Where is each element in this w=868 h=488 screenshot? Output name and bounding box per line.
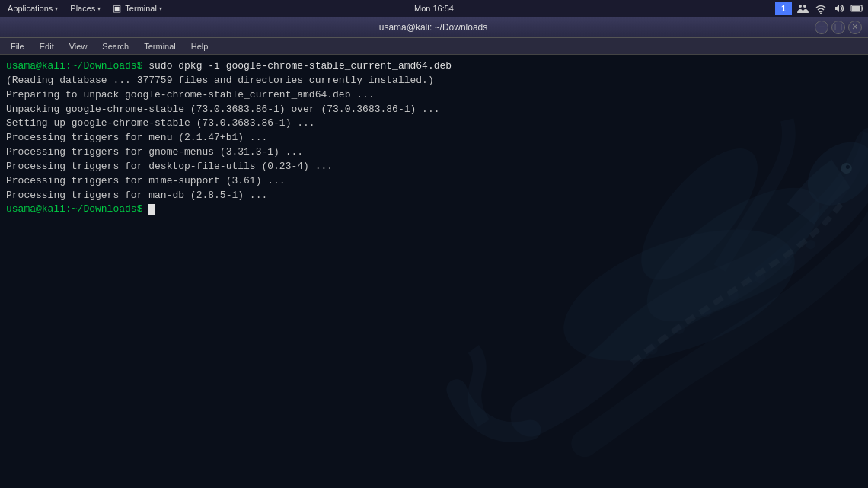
wifi-icon[interactable] xyxy=(813,1,828,16)
svg-point-11 xyxy=(674,324,685,334)
terminal-taskbar-item[interactable]: ▣ Terminal ▾ xyxy=(108,0,167,17)
menu-view[interactable]: View xyxy=(63,40,94,53)
svg-rect-5 xyxy=(862,7,863,10)
terminal-content[interactable]: usama@kali:~/Downloads$ sudo dpkg -i goo… xyxy=(0,55,868,488)
taskbar-left: Applications ▾ Places ▾ ▣ Terminal ▾ xyxy=(3,0,167,17)
places-chevron-icon: ▾ xyxy=(97,5,101,12)
svg-point-16 xyxy=(806,240,815,249)
minimize-button[interactable]: − xyxy=(815,21,828,34)
menu-terminal[interactable]: Terminal xyxy=(138,40,182,53)
menu-help[interactable]: Help xyxy=(185,40,215,53)
applications-menu[interactable]: Applications ▾ xyxy=(3,0,62,17)
terminal-line: Unpacking google-chrome-stable (73.0.368… xyxy=(6,103,862,117)
taskbar-right: 1 xyxy=(775,1,865,16)
terminal-line: Preparing to unpack google-chrome-stable… xyxy=(6,88,862,103)
terminal-window: usama@kali: ~/Downloads − □ × File Edit … xyxy=(0,17,868,488)
users-icon[interactable] xyxy=(795,1,810,16)
terminal-line: Processing triggers for mime-support (3.… xyxy=(6,174,862,189)
close-button[interactable]: × xyxy=(848,21,862,34)
places-menu[interactable]: Places ▾ xyxy=(65,0,105,17)
terminal-chevron-icon: ▾ xyxy=(159,5,162,12)
menu-file[interactable]: File xyxy=(5,40,30,53)
cursor xyxy=(148,204,155,215)
volume-icon[interactable] xyxy=(831,1,847,16)
svg-point-12 xyxy=(700,307,711,317)
svg-rect-4 xyxy=(852,6,860,11)
terminal-titlebar: usama@kali: ~/Downloads − □ × xyxy=(0,17,868,38)
svg-point-2 xyxy=(820,13,822,14)
terminal-line: Setting up google-chrome-stable (73.0.36… xyxy=(6,116,862,131)
terminal-window-controls: − □ × xyxy=(815,21,862,34)
battery-icon[interactable] xyxy=(850,1,865,16)
svg-point-15 xyxy=(783,257,792,266)
menu-search[interactable]: Search xyxy=(96,40,135,53)
svg-point-13 xyxy=(728,289,739,300)
workspace-indicator[interactable]: 1 xyxy=(775,2,792,15)
terminal-line: usama@kali:~/Downloads$ sudo dpkg -i goo… xyxy=(6,59,862,74)
terminal-line: usama@kali:~/Downloads$ xyxy=(6,203,862,217)
terminal-line: Processing triggers for desktop-file-uti… xyxy=(6,160,862,174)
svg-point-10 xyxy=(646,343,657,354)
places-label: Places xyxy=(70,4,95,13)
terminal-lines: usama@kali:~/Downloads$ sudo dpkg -i goo… xyxy=(6,59,862,217)
taskbar-clock: Mon 16:54 xyxy=(414,4,454,13)
menu-edit[interactable]: Edit xyxy=(34,40,60,53)
terminal-taskbar-icon: ▣ xyxy=(113,3,121,14)
svg-point-6 xyxy=(547,203,812,387)
terminal-line: Processing triggers for man-db (2.8.5-1)… xyxy=(6,189,862,203)
applications-chevron-icon: ▾ xyxy=(55,5,58,12)
restore-button[interactable]: □ xyxy=(831,21,845,34)
terminal-label: Terminal xyxy=(125,4,157,13)
terminal-line: Processing triggers for gnome-menus (3.3… xyxy=(6,145,862,160)
terminal-menubar: File Edit View Search Terminal Help xyxy=(0,38,868,55)
terminal-line: (Reading database ... 377759 files and d… xyxy=(6,74,862,88)
svg-point-1 xyxy=(803,5,806,8)
terminal-line: Processing triggers for menu (2.1.47+b1)… xyxy=(6,131,862,145)
svg-point-14 xyxy=(755,273,765,283)
applications-label: Applications xyxy=(8,4,53,13)
svg-point-0 xyxy=(799,5,802,8)
taskbar: Applications ▾ Places ▾ ▣ Terminal ▾ Mon… xyxy=(0,0,868,17)
terminal-title: usama@kali: ~/Downloads xyxy=(52,22,815,33)
